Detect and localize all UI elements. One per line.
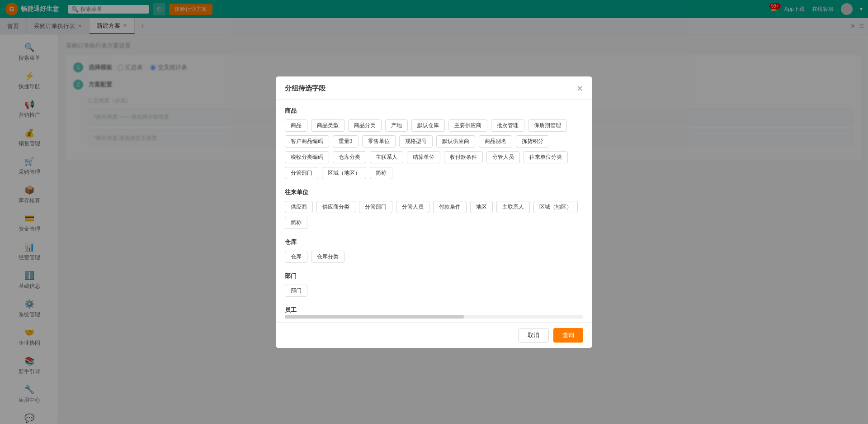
field-grid-部门: 部门 <box>285 285 583 297</box>
confirm-button[interactable]: 查询 <box>553 328 583 343</box>
field-tag[interactable]: 分管人员 <box>486 151 520 163</box>
section-title-商品: 商品 <box>285 107 583 115</box>
field-tag[interactable]: 收付款条件 <box>444 151 483 163</box>
field-tag[interactable]: 主要供应商 <box>448 119 487 132</box>
modal-overlay: 分组待选字段 ✕ 商品商品商品类型商品分类产地默认仓库主要供应商批次管理保质期管… <box>0 0 868 424</box>
section-title-部门: 部门 <box>285 272 583 280</box>
field-tag[interactable]: 主联系人 <box>496 201 530 213</box>
field-section-商品: 商品商品商品类型商品分类产地默认仓库主要供应商批次管理保质期管理客户商品编码重量… <box>285 107 583 179</box>
field-grid-商品: 商品商品类型商品分类产地默认仓库主要供应商批次管理保质期管理客户商品编码重量3零… <box>285 119 583 179</box>
field-tag[interactable]: 商品 <box>285 119 307 132</box>
field-tag[interactable]: 商品类型 <box>311 119 344 132</box>
field-tag[interactable]: 仓库分类 <box>333 151 366 163</box>
section-title-仓库: 仓库 <box>285 238 583 246</box>
section-title-往来单位: 往来单位 <box>285 188 583 196</box>
section-title-员工: 员工 <box>285 306 583 314</box>
field-tag[interactable]: 客户商品编码 <box>285 135 329 148</box>
modal-hscroll-thumb <box>285 315 464 318</box>
field-tag[interactable]: 拣货积分 <box>516 135 549 148</box>
modal-header: 分组待选字段 ✕ <box>276 76 592 100</box>
field-tag[interactable]: 付款条件 <box>433 201 467 213</box>
field-tag[interactable]: 商品分类 <box>348 119 382 132</box>
field-section-仓库: 仓库仓库仓库分类 <box>285 238 583 263</box>
modal-footer: 取消 查询 <box>276 322 592 348</box>
field-tag[interactable]: 区域（地区） <box>533 201 578 213</box>
field-tag[interactable]: 往来单位分类 <box>524 151 568 163</box>
cancel-button[interactable]: 取消 <box>518 328 549 343</box>
field-tag[interactable]: 税收分类编码 <box>285 151 329 163</box>
field-tag[interactable]: 默认仓库 <box>411 119 445 132</box>
field-tag[interactable]: 部门 <box>285 285 307 297</box>
field-tag[interactable]: 批次管理 <box>491 119 524 132</box>
field-tag[interactable]: 供应商分类 <box>316 201 355 213</box>
field-tag[interactable]: 商品别名 <box>479 135 512 148</box>
field-tag[interactable]: 区域（地区） <box>322 167 366 179</box>
field-tag[interactable]: 重量3 <box>333 135 359 148</box>
field-tag[interactable]: 分管部门 <box>359 201 392 213</box>
field-select-modal: 分组待选字段 ✕ 商品商品商品类型商品分类产地默认仓库主要供应商批次管理保质期管… <box>276 76 592 348</box>
field-grid-仓库: 仓库仓库分类 <box>285 251 583 263</box>
modal-title: 分组待选字段 <box>285 84 326 93</box>
field-tag[interactable]: 分管部门 <box>285 167 318 179</box>
field-tag[interactable]: 简称 <box>370 167 392 179</box>
field-tag[interactable]: 默认供应商 <box>436 135 475 148</box>
field-tag[interactable]: 分管人员 <box>396 201 429 213</box>
field-tag[interactable]: 供应商 <box>285 201 313 213</box>
field-section-员工: 员工业务员 <box>285 306 583 315</box>
field-tag[interactable]: 仓库 <box>285 251 307 263</box>
field-section-部门: 部门部门 <box>285 272 583 297</box>
modal-horizontal-scrollbar[interactable] <box>285 315 583 318</box>
field-grid-往来单位: 供应商供应商分类分管部门分管人员付款条件地区主联系人区域（地区）简称 <box>285 201 583 229</box>
field-tag[interactable]: 产地 <box>385 119 408 132</box>
field-tag[interactable]: 主联系人 <box>370 151 403 163</box>
field-tag[interactable]: 零售单位 <box>362 135 396 148</box>
field-section-往来单位: 往来单位供应商供应商分类分管部门分管人员付款条件地区主联系人区域（地区）简称 <box>285 188 583 229</box>
field-tag[interactable]: 仓库分类 <box>311 251 344 263</box>
field-tag[interactable]: 简称 <box>285 217 307 229</box>
modal-close-button[interactable]: ✕ <box>576 84 583 94</box>
field-tag[interactable]: 结算单位 <box>407 151 440 163</box>
field-tag[interactable]: 地区 <box>470 201 493 213</box>
field-tag[interactable]: 规格型号 <box>399 135 433 148</box>
field-tag[interactable]: 保质期管理 <box>528 119 567 132</box>
modal-body: 商品商品商品类型商品分类产地默认仓库主要供应商批次管理保质期管理客户商品编码重量… <box>276 100 592 315</box>
